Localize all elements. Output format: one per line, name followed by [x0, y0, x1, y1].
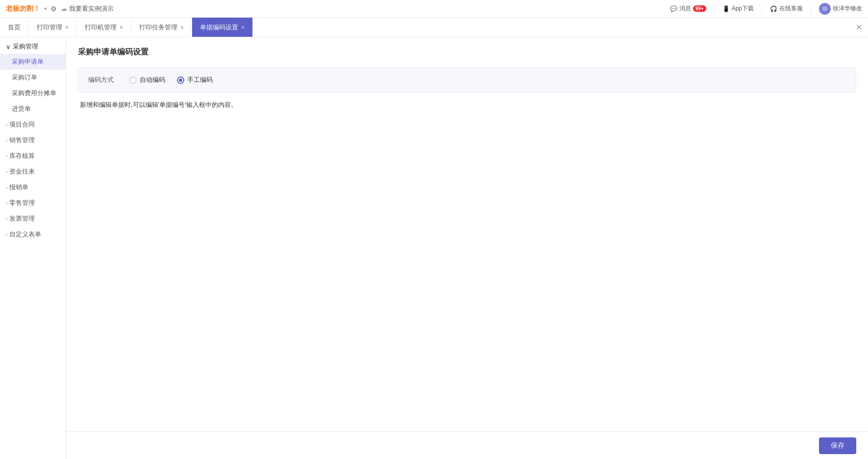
- sidebar-group-sales-management[interactable]: › 销售管理: [0, 132, 66, 148]
- demo-link-text: 我要看实例演示: [69, 4, 114, 13]
- sidebar-item-purchase-order[interactable]: 采购订单: [0, 70, 66, 85]
- user-profile-button[interactable]: 徐 徐泽华修改: [819, 3, 862, 15]
- sidebar-group-project-contract-arrow: ›: [6, 122, 7, 128]
- tab-print-task-management[interactable]: 打印任务管理 ×: [131, 18, 192, 37]
- sidebar-item-goods-receipt-label: 进货单: [12, 104, 31, 113]
- radio-manual-label: 手工编码: [187, 76, 213, 84]
- sidebar-group-capital-flow[interactable]: › 资金往来: [0, 164, 66, 179]
- cloud-icon: ☁: [61, 5, 67, 12]
- notification-icon: 💬: [670, 5, 677, 12]
- sidebar-item-purchase-expense-split[interactable]: 采购费用分摊单: [0, 85, 66, 101]
- radio-manual-encoding[interactable]: 手工编码: [177, 76, 213, 84]
- demo-link[interactable]: ☁ 我要看实例演示: [61, 4, 114, 13]
- sidebar-group-inventory-checkout-arrow: ›: [6, 153, 7, 159]
- hint-text-content: 新增和编辑单据时,可以编辑'单据编号'输入框中的内容。: [80, 101, 237, 108]
- chevron-down-icon[interactable]: ▾: [44, 6, 47, 11]
- logo-text: 老板勿割！: [6, 4, 40, 13]
- sidebar-item-purchase-order-label: 采购订单: [12, 73, 37, 82]
- tab-home[interactable]: 首页: [0, 18, 29, 37]
- tab-bar: 首页 打印管理 × 打印机管理 × 打印任务管理 × 单据编码设置 × ✕: [0, 18, 868, 37]
- notification-button[interactable]: 💬 消息 99+: [670, 4, 706, 13]
- app-download-icon: 📱: [722, 5, 730, 12]
- sidebar-group-project-contract[interactable]: › 项目合同: [0, 117, 66, 132]
- encoding-row: 编码方式 自动编码 手工编码: [88, 76, 846, 84]
- tab-print-management-label: 打印管理: [37, 23, 62, 32]
- sidebar-group-returns[interactable]: › 报销单: [0, 179, 66, 195]
- online-service-button[interactable]: 🎧 在线客服: [770, 4, 803, 13]
- tab-printer-management-label: 打印机管理: [85, 23, 117, 32]
- divider-3: [811, 5, 811, 13]
- tab-home-label: 首页: [8, 23, 21, 32]
- hint-text: 新增和编辑单据时,可以编辑'单据编号'输入框中的内容。: [78, 101, 856, 109]
- sidebar-group-sales-management-arrow: ›: [6, 138, 7, 143]
- avatar: 徐: [819, 3, 831, 15]
- sidebar-item-purchase-expense-split-label: 采购费用分摊单: [12, 89, 56, 98]
- sidebar-group-returns-label: 报销单: [9, 183, 28, 192]
- close-icon: ✕: [856, 23, 862, 32]
- sidebar-group-invoice-management[interactable]: › 发票管理: [0, 211, 66, 227]
- sidebar-item-purchase-request[interactable]: 采购申请单: [0, 54, 66, 70]
- tab-print-task-management-label: 打印任务管理: [139, 23, 177, 32]
- sidebar-group-project-contract-label: 项目合同: [9, 120, 35, 129]
- sidebar-group-retail-management-label: 零售管理: [9, 199, 35, 207]
- sidebar-group-capital-flow-label: 资金往来: [9, 167, 35, 176]
- content-inner: 采购申请单编码设置 编码方式 自动编码 手工编码 新增和编辑单据时,可以编辑'单…: [66, 37, 868, 432]
- top-bar-right: 💬 消息 99+ 📱 App下载 🎧 在线客服 徐 徐泽华修改: [670, 3, 862, 15]
- radio-auto-label: 自动编码: [140, 76, 165, 84]
- app-download-label: App下载: [732, 4, 754, 13]
- divider-2: [762, 5, 762, 13]
- top-bar: 老板勿割！ ▾ ⚙ ☁ 我要看实例演示 💬 消息 99+ 📱 App下载 🎧 在…: [0, 0, 868, 18]
- headset-icon: 🎧: [770, 5, 777, 12]
- online-service-label: 在线客服: [779, 4, 803, 13]
- sidebar-group-purchase-management[interactable]: ∨ 采购管理: [0, 37, 66, 54]
- username-label: 徐泽华修改: [833, 4, 862, 13]
- sidebar-group-purchase-management-label: 采购管理: [13, 42, 38, 51]
- radio-auto-circle: [129, 76, 137, 84]
- sidebar-group-retail-management[interactable]: › 零售管理: [0, 195, 66, 211]
- tab-print-management-close[interactable]: ×: [65, 24, 69, 31]
- sidebar-group-custom-forms-label: 自定义表单: [9, 230, 41, 239]
- tab-single-code-settings-label: 单据编码设置: [200, 23, 238, 32]
- tab-printer-management[interactable]: 打印机管理 ×: [77, 18, 131, 37]
- radio-auto-encoding[interactable]: 自动编码: [129, 76, 165, 84]
- sidebar-group-capital-flow-arrow: ›: [6, 169, 7, 175]
- settings-icon[interactable]: ⚙: [50, 5, 57, 13]
- sidebar: ∨ 采购管理 采购申请单 采购订单 采购费用分摊单 进货单 › 项目合同 › 销…: [0, 37, 66, 459]
- collapse-icon: ∨: [6, 43, 11, 51]
- divider-1: [714, 5, 715, 13]
- sidebar-group-inventory-checkout-label: 库存核算: [9, 152, 35, 160]
- notification-badge: 99+: [693, 5, 706, 12]
- content-area: 采购申请单编码设置 编码方式 自动编码 手工编码 新增和编辑单据时,可以编辑'单…: [66, 37, 868, 459]
- tab-print-task-management-close[interactable]: ×: [180, 24, 184, 31]
- content-footer: 保存: [66, 432, 868, 459]
- sidebar-item-purchase-request-label: 采购申请单: [12, 57, 44, 66]
- sidebar-group-inventory-checkout[interactable]: › 库存核算: [0, 148, 66, 164]
- sidebar-group-invoice-management-arrow: ›: [6, 216, 7, 222]
- sidebar-group-retail-management-arrow: ›: [6, 201, 7, 206]
- encoding-section: 编码方式 自动编码 手工编码: [78, 67, 856, 93]
- radio-manual-circle: [177, 76, 184, 84]
- encoding-label: 编码方式: [88, 76, 118, 84]
- sidebar-item-goods-receipt[interactable]: 进货单: [0, 101, 66, 117]
- save-button[interactable]: 保存: [819, 437, 856, 454]
- app-download-button[interactable]: 📱 App下载: [722, 4, 754, 13]
- sidebar-group-invoice-management-label: 发票管理: [9, 214, 35, 223]
- tab-single-code-settings[interactable]: 单据编码设置 ×: [192, 18, 253, 37]
- sidebar-group-custom-forms[interactable]: › 自定义表单: [0, 227, 66, 242]
- page-title: 采购申请单编码设置: [78, 47, 856, 57]
- notification-label: 消息: [679, 4, 691, 13]
- tab-single-code-settings-close[interactable]: ×: [241, 24, 245, 31]
- tab-bar-close-button[interactable]: ✕: [850, 18, 868, 37]
- top-bar-left: 老板勿割！ ▾ ⚙ ☁ 我要看实例演示: [6, 4, 114, 13]
- main-layout: ∨ 采购管理 采购申请单 采购订单 采购费用分摊单 进货单 › 项目合同 › 销…: [0, 37, 868, 459]
- tab-print-management[interactable]: 打印管理 ×: [29, 18, 77, 37]
- sidebar-group-sales-management-label: 销售管理: [9, 136, 35, 145]
- sidebar-group-returns-arrow: ›: [6, 185, 7, 190]
- sidebar-group-custom-forms-arrow: ›: [6, 232, 7, 237]
- tab-printer-management-close[interactable]: ×: [120, 24, 123, 31]
